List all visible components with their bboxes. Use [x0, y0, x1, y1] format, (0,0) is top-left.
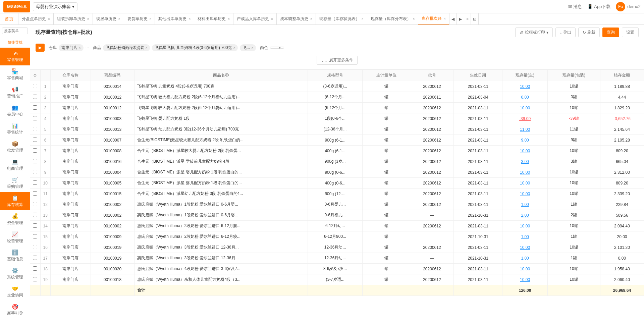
tab-要货单历史[interactable]: 要货单历史 × [124, 13, 155, 25]
tab-库存批次账[interactable]: 库存批次账 × [418, 13, 449, 25]
checkbox[interactable] [33, 84, 37, 88]
row-checkbox[interactable] [30, 81, 40, 92]
sidebar-item-资金管理[interactable]: 💰 资金管理 [0, 210, 30, 228]
checkbox[interactable] [33, 116, 37, 120]
row-qty[interactable]: 10.00 [502, 274, 548, 285]
tab-expand-btn[interactable]: ⊡ [471, 13, 479, 25]
tab-成本调整单历史[interactable]: 成本调整单历史 × [277, 13, 316, 25]
row-checkbox[interactable] [30, 231, 40, 242]
row-checkbox[interactable] [30, 124, 40, 135]
row-checkbox[interactable] [30, 135, 40, 146]
tab-close-icon[interactable]: × [87, 17, 89, 21]
tab-close-icon[interactable]: × [228, 17, 230, 21]
row-qty[interactable]: 10.00 [502, 167, 548, 178]
tab-调拨单历史[interactable]: 调拨单历史 × [93, 13, 124, 25]
row-qty[interactable]: 10.00 [502, 242, 548, 253]
query-button[interactable]: 查询 [602, 28, 619, 37]
tab-其他出库单历史[interactable]: 其他出库单历史 × [155, 13, 194, 25]
tab-材料出库单历史[interactable]: 材料出库单历史 × [194, 13, 233, 25]
row-checkbox[interactable] [30, 264, 40, 274]
sidebar-item-电商管理[interactable]: 💻 电商管理 [0, 156, 30, 174]
tab-现存量库存分布表[interactable]: 现存量（库存分布表） × [367, 13, 419, 25]
checkbox[interactable] [33, 159, 37, 163]
row-checkbox[interactable] [30, 156, 40, 167]
checkbox[interactable] [33, 256, 37, 260]
message-link[interactable]: ✉ 消息 [568, 4, 582, 10]
tab-产成品入库单历史[interactable]: 产成品入库单历史 × [233, 13, 277, 25]
tab-close-icon[interactable]: × [189, 17, 191, 21]
row-checkbox[interactable] [30, 253, 40, 264]
color-dropdown-icon[interactable] [270, 47, 284, 49]
settings-icon[interactable]: ⚙ [33, 73, 37, 78]
tab-close-icon[interactable]: × [444, 17, 446, 20]
tab-more-btn[interactable]: × [464, 13, 471, 25]
row-qty[interactable]: 10.00 [502, 146, 548, 156]
checkbox[interactable] [33, 148, 37, 153]
tab-close-icon[interactable]: × [271, 17, 273, 21]
row-qty[interactable]: -39.00 [502, 113, 548, 124]
tab-组装拆卸单历史[interactable]: 组装拆卸单历史 × [54, 13, 93, 25]
row-qty[interactable]: 10.00 [502, 103, 548, 113]
tab-close-icon[interactable]: × [48, 17, 50, 21]
sidebar-item-零售管理[interactable]: 🛍 零售管理 [0, 48, 30, 65]
sidebar-item-营销推广[interactable]: 📢 营销推广 [0, 84, 30, 102]
tab-home[interactable]: 首页 [0, 13, 18, 25]
sidebar-item-基础信息[interactable]: ℹ️ 基础信息 [0, 247, 30, 265]
row-qty[interactable]: 0.00 [502, 92, 548, 103]
sidebar-item-批发管理[interactable]: 📦 批发管理 [0, 138, 30, 156]
row-qty[interactable]: 9.00 [502, 135, 548, 146]
row-checkbox[interactable] [30, 178, 40, 189]
sidebar-item-新手引导[interactable]: 🎯 新手引导 [0, 301, 30, 319]
checkbox[interactable] [33, 223, 37, 228]
tab-分盘点单历史[interactable]: 分盘点单历史 × [18, 13, 54, 25]
sidebar-item-零售商城[interactable]: 🏪 零售商城 [0, 65, 30, 84]
sidebar-item-企业协同[interactable]: 🤝 企业协同 [0, 283, 30, 301]
sidebar-item-库存核算[interactable]: 📋 库存核算 [0, 192, 30, 210]
checkbox[interactable] [33, 170, 37, 174]
sidebar-item-采购管理[interactable]: 🛒 采购管理 [0, 174, 30, 192]
refresh-button[interactable]: ↻ 刷新 [578, 28, 600, 37]
settings-button[interactable]: 设置 [622, 28, 639, 37]
row-qty[interactable]: 11.00 [502, 124, 548, 135]
checkbox[interactable] [33, 191, 37, 196]
row-checkbox[interactable] [30, 242, 40, 253]
row-qty[interactable]: 1.00 [502, 253, 548, 264]
filter-more-dots[interactable]: ··· [86, 45, 89, 50]
row-checkbox[interactable] [30, 221, 40, 231]
export-button[interactable]: ↓ 导出 [555, 28, 576, 37]
checkbox[interactable] [33, 277, 37, 281]
checkbox[interactable] [33, 213, 37, 217]
checkbox[interactable] [33, 234, 37, 238]
row-checkbox[interactable] [30, 103, 40, 113]
checkbox[interactable] [33, 180, 37, 185]
sidebar-item-应用中心[interactable]: 📱 应用中心 [0, 319, 30, 322]
org-selector[interactable]: 母婴行业演示账套 ▾ [33, 2, 77, 11]
row-qty[interactable]: 10.00 [502, 189, 548, 199]
row-qty[interactable]: 10.00 [502, 221, 548, 231]
tag-close-icon[interactable]: × [233, 46, 235, 50]
tab-close-icon[interactable]: × [150, 17, 152, 21]
col-settings[interactable]: ⚙ [30, 70, 40, 81]
sidebar-nav-label[interactable]: 快捷导航 [0, 37, 30, 48]
checkbox[interactable] [33, 127, 37, 131]
checkbox[interactable] [33, 245, 37, 249]
row-qty[interactable]: 10.00 [502, 264, 548, 274]
tab-close-icon[interactable]: × [362, 17, 364, 21]
tag-close-icon[interactable]: × [251, 46, 253, 50]
tag-close-icon[interactable]: × [146, 46, 148, 50]
tab-next-btn[interactable]: ▶ [457, 13, 464, 25]
print-button[interactable]: 🖨 按模板打印 ▾ [515, 28, 553, 37]
checkbox[interactable] [33, 202, 37, 206]
row-checkbox[interactable] [30, 146, 40, 156]
row-qty[interactable]: 1.00 [502, 199, 548, 210]
tab-close-icon[interactable]: × [118, 17, 120, 21]
sidebar-item-经营管理[interactable]: 📈 经营管理 [0, 228, 30, 247]
user-avatar[interactable]: Ea demo2 [616, 2, 641, 11]
tab-close-icon[interactable]: × [413, 17, 415, 21]
row-checkbox[interactable] [30, 113, 40, 124]
checkbox[interactable] [33, 95, 37, 99]
checkbox[interactable] [33, 138, 37, 142]
filter-expand-btn[interactable]: ▶ [36, 44, 45, 52]
tab-close-icon[interactable]: × [310, 17, 312, 21]
tab-现存量库存状况表[interactable]: 现存量（库存状况表） × [316, 13, 367, 25]
